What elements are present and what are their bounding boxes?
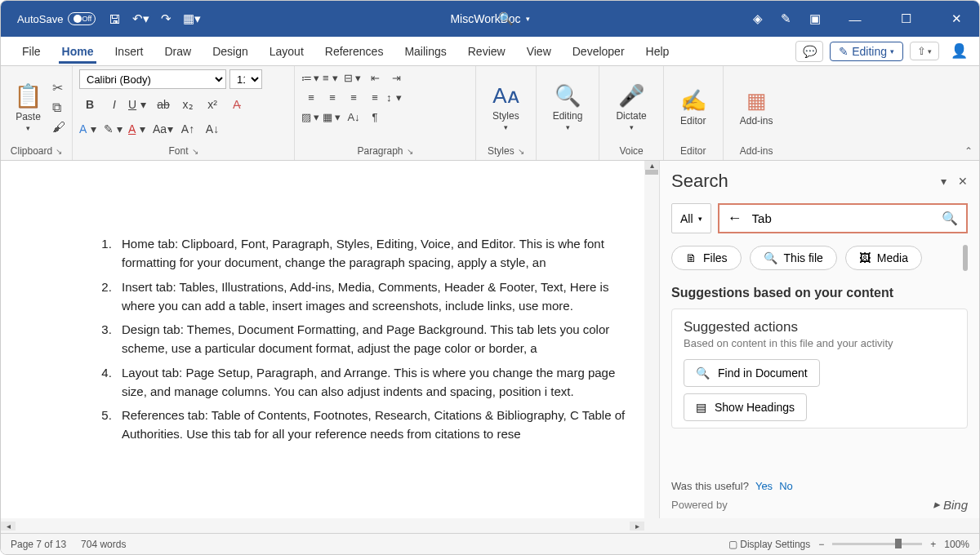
align-left-button[interactable]: ≡ [301,89,321,105]
bullets-button[interactable]: ≔▾ [301,69,321,86]
scroll-left-icon[interactable]: ◂ [1,522,16,531]
subscript-button[interactable]: x₂ [177,95,198,113]
paragraph-launcher[interactable]: ↘ [407,147,413,156]
feedback-no[interactable]: No [779,480,793,492]
tab-home[interactable]: Home [52,40,104,63]
action-find-in-document[interactable]: 🔍Find in Document [684,359,820,387]
tab-layout[interactable]: Layout [260,40,314,63]
word-count[interactable]: 704 words [81,539,126,550]
font-color-button[interactable]: A▾ [128,120,149,138]
decrease-indent-button[interactable]: ⇤ [365,69,385,86]
tab-review[interactable]: Review [458,40,515,63]
document-area[interactable]: Home tab: Clipboard, Font, Paragraph, St… [1,161,659,518]
search-input[interactable] [752,211,942,225]
list-item[interactable]: Design tab: Themes, Document Formatting,… [115,320,626,358]
document-name[interactable]: MiscWorkDoc▾ [450,12,529,25]
search-go-icon[interactable]: 🔍 [942,211,958,226]
justify-button[interactable]: ≡ [365,89,385,105]
shrink-font-button[interactable]: A↓ [202,120,223,138]
font-size-select[interactable]: 11 [229,69,262,89]
undo-icon[interactable]: ↶▾ [132,11,149,26]
text-effects-button[interactable]: A▾ [79,120,100,138]
pill-thisfile[interactable]: 🔍This file [750,246,837,270]
tab-file[interactable]: File [12,40,51,63]
format-painter-icon[interactable]: 🖌 [52,120,65,135]
numbering-button[interactable]: ≡▾ [323,69,342,86]
back-icon[interactable]: ← [728,210,742,227]
list-item[interactable]: References tab: Table of Contents, Footn… [115,406,626,444]
chevron-down-icon[interactable]: ▾ [941,175,947,188]
close-pane-icon[interactable]: ✕ [958,175,968,188]
editing-group-button[interactable]: 🔍Editing▾ [543,78,593,136]
superscript-button[interactable]: x² [202,95,223,113]
horizontal-scrollbar[interactable]: ◂ ▸ [1,518,979,533]
clipboard-launcher[interactable]: ↘ [56,147,62,156]
tab-view[interactable]: View [517,40,561,63]
editing-mode-button[interactable]: ✎Editing▾ [830,42,903,61]
copy-icon[interactable]: ⧉ [52,100,65,115]
zoom-slider[interactable] [832,543,922,545]
display-settings[interactable]: ▢ Display Settings [728,539,810,550]
pill-media[interactable]: 🖼Media [845,246,922,270]
addins-button[interactable]: ▦Add-ins [730,83,783,131]
styles-launcher[interactable]: ↘ [518,147,524,156]
borders-button[interactable]: ▦▾ [323,109,342,125]
dictate-button[interactable]: 🎤Dictate▾ [606,78,656,136]
tab-draw[interactable]: Draw [154,40,201,63]
save-icon[interactable]: 🖫 [109,12,121,26]
autosave-toggle[interactable]: Off [68,12,96,25]
page-indicator[interactable]: Page 7 of 13 [11,539,66,550]
line-spacing-button[interactable]: ↕▾ [386,89,406,105]
table-icon[interactable]: ▦▾ [183,11,201,26]
tab-mailings[interactable]: Mailings [394,40,456,63]
scroll-up-icon[interactable]: ▴ [644,161,659,170]
bold-button[interactable]: B [79,95,100,113]
font-launcher[interactable]: ↘ [192,147,198,156]
pill-overflow[interactable] [963,245,968,271]
autosave-control[interactable]: AutoSave Off [17,12,96,25]
collapse-ribbon-icon[interactable]: ⌃ [964,145,973,157]
align-right-button[interactable]: ≡ [344,89,363,105]
sort-button[interactable]: A↓ [344,109,363,125]
list-item[interactable]: Home tab: Clipboard, Font, Paragraph, St… [115,234,626,273]
tab-help[interactable]: Help [636,40,679,63]
styles-button[interactable]: AᴀStyles▾ [483,78,529,136]
search-icon[interactable]: 🔍 [498,11,514,26]
close-button[interactable]: ✕ [940,11,973,26]
zoom-in-button[interactable]: + [930,539,936,550]
list-item[interactable]: Layout tab: Page Setup, Paragraph, and A… [115,363,626,402]
zoom-level[interactable]: 100% [944,539,969,550]
window-icon[interactable]: ▣ [809,11,821,26]
strikethrough-button[interactable]: ab [153,95,174,113]
show-marks-button[interactable]: ¶ [365,109,385,125]
tab-developer[interactable]: Developer [563,40,635,63]
align-center-button[interactable]: ≡ [323,89,342,105]
person-icon[interactable]: 👤 [951,42,968,60]
tab-references[interactable]: References [315,40,394,63]
feedback-yes[interactable]: Yes [755,480,773,492]
shading-button[interactable]: ▨▾ [301,109,321,125]
font-name-select[interactable]: Calibri (Body) [79,69,226,89]
change-case-button[interactable]: Aa▾ [153,120,174,138]
scroll-right-icon[interactable]: ▸ [630,522,644,531]
cut-icon[interactable]: ✂ [52,80,65,95]
tab-insert[interactable]: Insert [105,40,153,63]
redo-icon[interactable]: ↷ [161,11,172,26]
maximize-button[interactable]: ☐ [889,11,922,26]
minimize-button[interactable]: — [839,12,871,26]
editor-button[interactable]: ✍Editor [670,83,716,131]
vertical-scrollbar[interactable]: ▴ [644,161,659,518]
diamond-icon[interactable]: ◈ [753,11,763,26]
underline-button[interactable]: U▾ [128,95,149,113]
share-button[interactable]: ⇧ ▾ [910,42,939,60]
search-scope-button[interactable]: All▾ [671,203,711,233]
tab-design[interactable]: Design [203,40,258,63]
multilevel-button[interactable]: ⊟▾ [344,69,363,86]
clear-format-button[interactable]: A̶ [226,95,247,113]
action-show-headings[interactable]: ▤Show Headings [684,393,807,421]
highlight-button[interactable]: ✎▾ [104,120,125,138]
list-item[interactable]: Insert tab: Tables, Illustrations, Add-i… [115,278,626,316]
brush-icon[interactable]: ✎ [781,11,791,26]
increase-indent-button[interactable]: ⇥ [386,69,406,86]
pill-files[interactable]: 🗎Files [671,246,742,270]
